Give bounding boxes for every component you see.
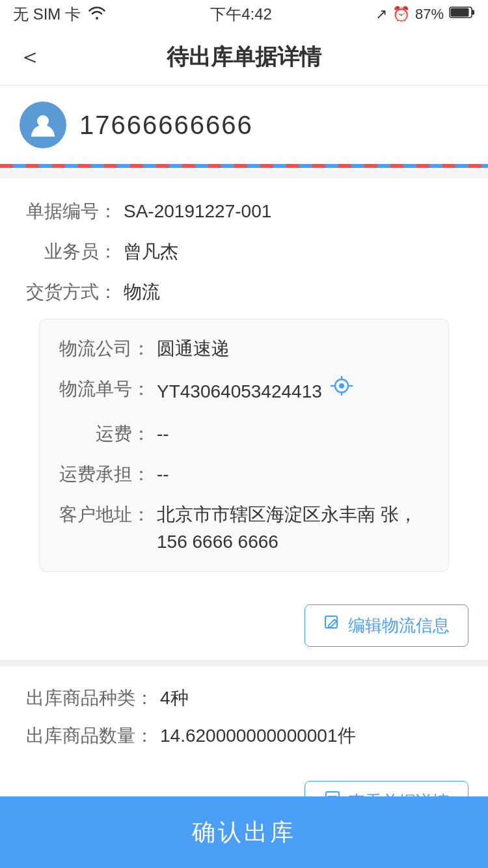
order-info-section: 单据编号： SA-20191227-001 业务员： 曾凡杰 交货方式： 物流 …: [0, 178, 488, 591]
location-status-icon: ↗: [375, 6, 387, 23]
goods-quantity-value: 14.620000000000001件: [160, 724, 462, 748]
logistics-card: 物流公司： 圆通速递 物流单号： YT43064053424413: [39, 319, 449, 572]
logistics-company-label: 物流公司：: [59, 335, 150, 362]
freight-row: 运费： --: [59, 420, 429, 448]
dashed-divider: [0, 164, 488, 168]
time-display: 下午4:42: [210, 4, 272, 25]
back-button[interactable]: ＜: [18, 41, 42, 73]
edit-btn-row: 编辑物流信息: [0, 591, 488, 660]
delivery-method-label: 交货方式：: [26, 278, 117, 306]
status-left: 无 SIM 卡: [13, 4, 107, 25]
logistics-company-value: 圆通速递: [157, 335, 429, 362]
goods-type-label: 出库商品种类：: [26, 686, 154, 711]
section-divider: [0, 660, 488, 666]
freight-label: 运费：: [59, 420, 150, 448]
freight-bearer-row: 运费承担： --: [59, 461, 429, 488]
tracking-no-row: 物流单号： YT43064053424413: [59, 375, 429, 407]
edit-logistics-button[interactable]: 编辑物流信息: [305, 604, 468, 647]
status-right: ↗ ⏰ 87%: [375, 6, 475, 23]
order-no-label: 单据编号：: [26, 198, 117, 225]
delivery-method-value: 物流: [124, 278, 462, 306]
goods-quantity-row: 出库商品数量： 14.620000000000001件: [26, 724, 462, 748]
goods-type-value: 4种: [160, 686, 462, 711]
svg-rect-1: [472, 10, 474, 15]
salesperson-row: 业务员： 曾凡杰: [26, 238, 462, 265]
goods-type-row: 出库商品种类： 4种: [26, 686, 462, 711]
salesperson-value: 曾凡杰: [124, 238, 462, 265]
user-phone: 17666666666: [79, 111, 253, 140]
goods-quantity-label: 出库商品数量：: [26, 724, 154, 748]
nav-bar: ＜ 待出库单据详情: [0, 29, 488, 86]
wifi-icon: [87, 5, 107, 23]
edit-icon: [323, 614, 342, 637]
tracking-no-label: 物流单号：: [59, 375, 150, 403]
battery-icon: [449, 6, 475, 23]
svg-rect-2: [451, 8, 469, 17]
svg-point-5: [339, 383, 344, 388]
delivery-method-row: 交货方式： 物流: [26, 278, 462, 306]
battery-text: 87%: [415, 6, 444, 23]
alarm-icon: ⏰: [392, 6, 410, 23]
freight-bearer-value: --: [157, 461, 429, 488]
order-no-row: 单据编号： SA-20191227-001: [26, 198, 462, 225]
carrier-text: 无 SIM 卡: [13, 4, 81, 25]
address-value: 北京市市辖区海淀区永丰南 张，156 6666 6666: [157, 501, 429, 556]
address-row: 客户地址： 北京市市辖区海淀区永丰南 张，156 6666 6666: [59, 501, 429, 556]
freight-value: --: [157, 420, 429, 448]
order-no-value: SA-20191227-001: [124, 198, 462, 225]
goods-section: 出库商品种类： 4种 出库商品数量： 14.620000000000001件: [0, 666, 488, 768]
confirm-btn-text: 确认出库: [192, 817, 296, 848]
edit-btn-label: 编辑物流信息: [348, 614, 450, 637]
status-bar: 无 SIM 卡 下午4:42 ↗ ⏰ 87%: [0, 0, 488, 29]
page-title: 待出库单据详情: [167, 42, 321, 72]
logistics-company-row: 物流公司： 圆通速递: [59, 335, 429, 362]
freight-bearer-label: 运费承担：: [59, 461, 150, 488]
tracking-no-value: YT43064053424413: [157, 375, 429, 407]
address-label: 客户地址：: [59, 501, 150, 528]
avatar: [20, 102, 66, 148]
user-header: 17666666666: [0, 86, 488, 164]
location-track-icon[interactable]: [330, 375, 353, 407]
salesperson-label: 业务员：: [26, 238, 117, 265]
confirm-outbound-button[interactable]: 确认出库: [0, 796, 488, 868]
page-content: 17666666666 单据编号： SA-20191227-001 业务员： 曾…: [0, 86, 488, 868]
